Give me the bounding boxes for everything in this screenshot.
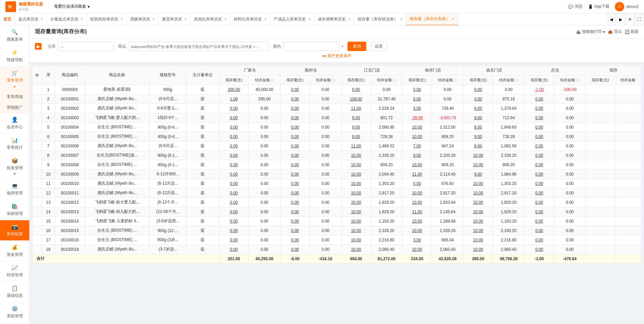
sidebar-item-ecommerce[interactable]: 💻 电商管理 — [0, 179, 29, 200]
close-tab-9[interactable]: ✕ — [348, 17, 351, 21]
tab-stock-dist[interactable]: 现存量（库存分布表） ✕ — [406, 13, 458, 26]
summary-extra-qty — [586, 254, 615, 264]
sidebar-item-search[interactable]: 🔍 搜索英单 — [0, 26, 29, 46]
th-yb-qty: 现存量(主) — [464, 76, 493, 85]
table-row: 300100002惠氏启赋 (Wyeth illu...0-6月婴儿...提0.… — [33, 104, 641, 113]
export-btn[interactable]: 📤 导出 — [608, 29, 622, 35]
table-area: ⚙ 序 商品编码 商品名称 规格型号 主计量单位 厂家仓 陈村仓 江北门店 南岸… — [30, 62, 644, 324]
page-header: 现存量查询(库存分布) 🖨️ 按模板打印 ▾ 📤 导出 🔄 刷新 — [30, 26, 644, 38]
sidebar-item-finance[interactable]: 💰 资金管理 — [0, 241, 29, 261]
close-tab-1[interactable]: ✕ — [41, 17, 43, 21]
th-goods-name: 商品名称 — [85, 65, 149, 85]
data-table: ⚙ 序 商品编码 商品名称 规格型号 主计量单位 厂家仓 陈村仓 江北门店 南岸… — [32, 65, 641, 264]
sidebar-item-marketing[interactable]: 营销推广 — [0, 102, 29, 113]
sidebar-item-purchase[interactable]: 🛍️ 采购管理 — [0, 200, 29, 220]
refresh-icon: 🔄 — [625, 30, 630, 34]
th-total: 总仓 — [525, 65, 586, 76]
settings-icon[interactable]: ⚙ — [35, 73, 39, 78]
tabs-container: 盘点单历史 ✕ 分量盘点单历史 ✕ 组装拆卸单历史 ✕ 调拨单历史 ✕ 要货单历… — [15, 13, 606, 26]
member-icon: 👤 — [11, 117, 18, 123]
th-yubeimen: 渝北门店 — [464, 65, 525, 76]
tab-cost-adjust[interactable]: 成本调整单历史 ✕ — [314, 13, 354, 26]
message-btn[interactable]: 💬 消息 — [568, 4, 583, 9]
th-unit: 主计量单位 — [186, 65, 219, 85]
chevron-down-icon-wholesale: ▼ — [13, 172, 16, 176]
settings-btn[interactable]: 设置 — [370, 42, 387, 51]
close-tab-2[interactable]: ✕ — [80, 17, 83, 21]
sidebar-item-operation[interactable]: 📈 经营管理 — [0, 261, 29, 282]
sidebar-item-basic[interactable]: 📋 基础信息 — [0, 282, 29, 302]
close-tab-10[interactable]: ✕ — [400, 17, 402, 21]
info-icon-6[interactable]: ⓘ — [576, 78, 579, 82]
close-tab-8[interactable]: ✕ — [308, 17, 311, 21]
tab-inventory-check[interactable]: 盘点单历史 ✕ — [15, 13, 47, 26]
tab-combo-tear[interactable]: 组装拆卸单历史 ✕ — [87, 13, 127, 26]
operation-icon: 📈 — [11, 265, 18, 271]
tab-product-in[interactable]: 产成品入库单历史 ✕ — [270, 13, 314, 26]
tab-sub-inventory[interactable]: 分量盘点单历史 ✕ — [47, 13, 87, 26]
sidebar-item-member[interactable]: 👤 会员中心 — [0, 113, 29, 134]
table-row: 1500100014飞鹤星飞帆 儿童奶粉 4...(3-6岁适用...提0.00… — [33, 217, 641, 226]
table-row: 1200100011惠氏启赋 (Wyeth illu...(6-12月适...提… — [33, 188, 641, 198]
export-icon: 📤 — [608, 30, 613, 34]
tab-other-out[interactable]: 其他出库单历史 ✕ — [191, 13, 230, 26]
basic-icon: 📋 — [11, 285, 18, 291]
print-btn[interactable]: 🖨️ 按模板打印 ▾ — [576, 29, 605, 35]
sidebar-item-retail-stats[interactable]: 📊 零售统计 — [0, 134, 29, 154]
table-row: 1100100010惠氏启赋 (Wyeth illu...(6-12月适...提… — [33, 179, 641, 188]
tab-expand-btn[interactable]: ⛶ — [635, 13, 644, 26]
expand-conditions-btn[interactable]: ▾▾ 展开更多条件 — [322, 53, 352, 59]
sidebar-item-enterprise[interactable]: 🤝 企业协同 — [0, 323, 29, 324]
summary-row: 合计 201.00 40,295.00 -8.00 -416.16 494.00… — [33, 254, 641, 264]
summary-jb-qty: 494.00 — [341, 254, 371, 264]
refresh-btn[interactable]: 🔄 刷新 — [625, 29, 639, 35]
close-tab-7[interactable]: ✕ — [264, 17, 267, 21]
warehouse-label: 仓库 — [48, 44, 56, 49]
filter-collapse-btn[interactable]: ▶ — [35, 43, 42, 50]
warehouse-input[interactable] — [58, 42, 114, 51]
tab-next-btn[interactable]: ▶ — [616, 13, 625, 26]
goods-display: babycare孕妇待产包 春季入院全套母子组合孕妇产后冬季月子用品 22件套 … — [128, 42, 269, 51]
home-label: 首页 — [3, 16, 11, 22]
industry-selector[interactable]: 母婴行业演示陈套 ▾ — [54, 4, 90, 9]
tab-requisition[interactable]: 要货单历史 ✕ — [159, 13, 191, 26]
close-tab-11[interactable]: ✕ — [452, 17, 454, 21]
info-icon-5[interactable]: ⓘ — [515, 78, 518, 82]
info-icon-4[interactable]: ⓘ — [454, 78, 457, 82]
close-tab-4[interactable]: ✕ — [152, 17, 155, 21]
table-row: 800100007合生元(BIOSTIME)派...900g (6-1...提0… — [33, 151, 641, 160]
color-input[interactable] — [283, 42, 339, 51]
query-btn[interactable]: 查询 — [347, 42, 366, 51]
phone-icon: 📱 — [588, 4, 593, 9]
app-download-btn[interactable]: 📱 App下载 — [588, 4, 609, 9]
close-tab-3[interactable]: ✕ — [120, 17, 123, 21]
table-row: 10000003爱他美 卤蛋3段900g提200.0040,000.000.00… — [33, 85, 641, 94]
info-icon-3[interactable]: ⓘ — [393, 78, 396, 82]
close-tab-5[interactable]: ✕ — [184, 17, 187, 21]
tab-transfer[interactable]: 调拨单历史 ✕ — [127, 13, 159, 26]
sidebar-item-retail-mgmt[interactable]: 🛒 零售管理 ▲ — [0, 66, 29, 92]
tab-home[interactable]: 首页 — [0, 13, 15, 26]
filter-area: ▶ 仓库 商品 babycare孕妇待产包 春季入院全套母子组合孕妇产后冬季月子… — [30, 38, 644, 62]
tab-close-btn[interactable]: ✕ — [625, 13, 635, 26]
th-na-amt: 结存金额 ⓘ — [432, 76, 464, 85]
sidebar-item-stock[interactable]: 🗃️ 库存核算 — [0, 220, 29, 241]
sidebar-item-wholesale[interactable]: 📦 批发管理 ▼ — [0, 154, 29, 179]
tab-material-out[interactable]: 材料出库单历史 ✕ — [230, 13, 270, 26]
close-tab-6[interactable]: ✕ — [224, 17, 227, 21]
filter-row-expand: ▾▾ 展开更多条件 — [35, 51, 639, 59]
chevron-up-icon: ▲ — [13, 85, 16, 88]
info-icon-1[interactable]: ⓘ — [271, 78, 274, 82]
chevron-down-icon-print: ▾ — [603, 30, 605, 34]
system-icon: ⚙️ — [11, 306, 18, 312]
sidebar-item-quick-nav[interactable]: ⚡ 快捷导航 — [0, 46, 29, 66]
user-area[interactable]: D demo2 — [615, 2, 639, 11]
info-icon-2[interactable]: ⓘ — [332, 78, 335, 82]
th-settings[interactable]: ⚙ — [33, 65, 42, 85]
th-jb-qty: 现存量(主) — [341, 76, 371, 85]
tab-stock-status[interactable]: 现存量（库存状况表） ✕ — [354, 13, 406, 26]
sidebar-item-system[interactable]: ⚙️ 系统管理 — [0, 302, 29, 323]
table-wrapper[interactable]: ⚙ 序 商品编码 商品名称 规格型号 主计量单位 厂家仓 陈村仓 江北门店 南岸… — [32, 65, 641, 320]
sidebar-item-retail-mall[interactable]: 零售商城 — [0, 92, 29, 102]
tab-prev-btn[interactable]: ◀ — [606, 13, 616, 26]
